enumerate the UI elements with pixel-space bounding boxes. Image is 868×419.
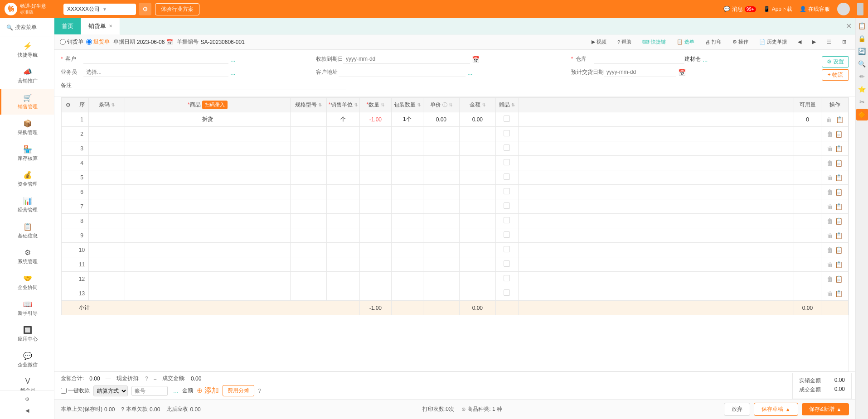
- sidebar-item-quick-nav[interactable]: ⚡ 快捷导航: [0, 37, 54, 63]
- calendar-icon[interactable]: 📅: [166, 39, 173, 45]
- history-button[interactable]: 📄 历史单据: [756, 37, 790, 47]
- sidebar-item-guide[interactable]: 📖 新手引导: [0, 295, 54, 321]
- sidebar-item-basic-info[interactable]: 📋 基础信息: [0, 218, 54, 244]
- address-select-icon[interactable]: ...: [467, 69, 473, 76]
- discount-info-icon[interactable]: ?: [145, 376, 148, 382]
- sidebar-item-sales[interactable]: 🛒 销售管理: [0, 89, 54, 115]
- discard-button[interactable]: 放弃: [724, 403, 750, 416]
- delivery-date-input[interactable]: [604, 67, 676, 77]
- sidebar-collapse-button[interactable]: ◀: [0, 405, 54, 416]
- radio-sale-order[interactable]: 销货单: [60, 38, 83, 46]
- customer-input[interactable]: [83, 54, 228, 64]
- sidebar-item-purchase[interactable]: 📦 采购管理: [0, 115, 54, 140]
- th-amount[interactable]: 金额: [459, 98, 495, 112]
- prev-button[interactable]: ◀: [794, 38, 805, 46]
- select-button[interactable]: 📋 选单: [673, 37, 698, 47]
- sidebar-item-marketing[interactable]: 📣 营销推广: [0, 63, 54, 89]
- th-pack[interactable]: 包装数量: [391, 98, 423, 112]
- tab-home[interactable]: 首页: [54, 18, 81, 34]
- right-sidebar-btn-7[interactable]: ✂: [856, 96, 868, 108]
- th-settings[interactable]: ⚙: [62, 98, 75, 112]
- right-sidebar-btn-2[interactable]: 🔒: [856, 33, 868, 44]
- right-sidebar-btn-8[interactable]: 🔶: [856, 109, 868, 120]
- delete-icon-1[interactable]: 🗑: [826, 116, 832, 123]
- shortcut-button[interactable]: ⌨ 快捷键: [639, 37, 669, 47]
- app-download-button[interactable]: 📱 App下载: [763, 5, 792, 13]
- sidebar-item-system[interactable]: ⚙ 系统管理: [0, 244, 54, 270]
- sidebar-item-wechat[interactable]: 💬 企业微信: [0, 347, 54, 373]
- sidebar-item-apps[interactable]: 🔲 应用中心: [0, 321, 54, 347]
- cell-pack-1[interactable]: 1个: [391, 112, 423, 127]
- sidebar-item-finance[interactable]: 💰 资金管理: [0, 166, 54, 192]
- sidebar-item-operations[interactable]: 📊 经营管理: [0, 192, 54, 218]
- right-sidebar-btn-4[interactable]: 🔍: [856, 58, 868, 70]
- expense-info-icon[interactable]: ?: [258, 388, 261, 394]
- cell-unit-1[interactable]: 个: [326, 112, 359, 127]
- right-sidebar-btn-6[interactable]: ⭐: [856, 83, 868, 95]
- gift-checkbox-1[interactable]: [504, 116, 510, 122]
- salesperson-select-icon[interactable]: ...: [230, 69, 236, 76]
- scan-button[interactable]: 扫码录入: [202, 101, 228, 109]
- list-view-button[interactable]: ☰: [823, 38, 835, 46]
- cell-gift-1[interactable]: [495, 112, 518, 127]
- payment-date-input[interactable]: [343, 54, 470, 64]
- right-sidebar-btn-1[interactable]: 📋: [856, 20, 868, 32]
- company-selector[interactable]: XXXXXX公司 ▼: [63, 4, 136, 15]
- operation-button[interactable]: ⚙ 操作: [729, 37, 752, 47]
- price-info-icon[interactable]: ⓘ: [442, 102, 447, 107]
- tab-close-icon[interactable]: ✕: [109, 24, 112, 29]
- video-button[interactable]: ▶ 视频: [588, 37, 610, 47]
- customer-address-input[interactable]: [339, 67, 466, 77]
- payment-method-select[interactable]: 结算方式: [93, 385, 128, 396]
- radio-return-order[interactable]: 退货单: [86, 38, 110, 46]
- copy-icon-2[interactable]: 📋: [835, 130, 843, 138]
- logistics-button[interactable]: + 物流: [822, 69, 849, 81]
- cell-spec-1[interactable]: [290, 112, 326, 127]
- th-barcode[interactable]: 条码: [89, 98, 125, 112]
- delivery-calendar-icon[interactable]: 📅: [678, 69, 686, 76]
- th-spec[interactable]: 规格型号: [290, 98, 326, 112]
- right-sidebar-btn-3[interactable]: 🔄: [856, 45, 868, 57]
- message-button[interactable]: 💬 消息 99+: [723, 5, 756, 13]
- search-menu-button[interactable]: 🔍 搜索菜单: [4, 22, 50, 33]
- right-sidebar-btn-5[interactable]: ✏: [856, 71, 868, 82]
- settings-button[interactable]: ⚙ 设置: [822, 56, 849, 67]
- notes-input[interactable]: [74, 81, 346, 90]
- cell-amount-1[interactable]: 0.00: [459, 112, 495, 127]
- avatar[interactable]: [837, 3, 850, 15]
- sidebar-item-enterprise[interactable]: 🤝 企业协同: [0, 270, 54, 295]
- account-select-icon[interactable]: ...: [173, 387, 179, 395]
- payment-date-calendar-icon[interactable]: 📅: [472, 56, 480, 63]
- payment-account-input[interactable]: [131, 386, 168, 396]
- print-button[interactable]: 🖨 打印: [702, 37, 725, 47]
- cell-spacer-1: [518, 112, 794, 127]
- experience-button[interactable]: 体验行业方案: [155, 3, 199, 15]
- save-new-button[interactable]: 保存&新增 ▲: [802, 403, 849, 415]
- salesperson-input[interactable]: [83, 67, 228, 77]
- cell-price-1[interactable]: 0.00: [423, 112, 459, 127]
- sidebar-item-inventory[interactable]: 🏪 库存核算: [0, 140, 54, 166]
- save-draft-button[interactable]: 保存草稿 ▲: [754, 403, 798, 416]
- warehouse-input[interactable]: [594, 54, 684, 64]
- settings-icon[interactable]: ⚙: [139, 3, 151, 15]
- cell-qty-1[interactable]: -1.00: [359, 112, 391, 127]
- sidebar-settings-button[interactable]: ⚙: [0, 394, 54, 405]
- help-button[interactable]: ? 帮助: [614, 37, 635, 47]
- cell-barcode-1[interactable]: [89, 112, 125, 127]
- delete-icon-2[interactable]: 🗑: [827, 130, 833, 138]
- th-gift[interactable]: 赠品: [495, 98, 518, 112]
- cell-product-1[interactable]: 拆货: [125, 112, 291, 127]
- th-price[interactable]: 单价 ⓘ: [423, 98, 459, 112]
- expense-split-button[interactable]: 费用分摊: [223, 385, 254, 396]
- add-payment-button[interactable]: ⊕ 添加: [197, 386, 219, 395]
- tab-sales-order[interactable]: 销货单 ✕: [81, 18, 120, 34]
- copy-icon-1[interactable]: 📋: [836, 116, 844, 123]
- customer-select-icon[interactable]: ...: [230, 56, 236, 63]
- sidebar-item-vip[interactable]: V 畅会员: [0, 373, 54, 390]
- tab-close-button[interactable]: ✕: [846, 22, 852, 30]
- online-service-button[interactable]: 👤 在线客服: [800, 5, 830, 13]
- next-button[interactable]: ▶: [809, 38, 820, 46]
- grid-view-button[interactable]: ⊞: [839, 38, 850, 46]
- one-click-payment-checkbox[interactable]: 一键收款: [61, 387, 90, 395]
- warehouse-select-icon[interactable]: ...: [703, 56, 708, 63]
